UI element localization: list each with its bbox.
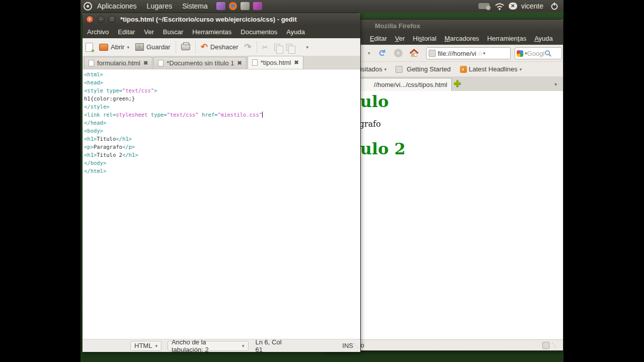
print-icon <box>181 44 190 50</box>
menu-sistema[interactable]: Sistema <box>177 0 213 12</box>
open-button[interactable]: Abrir ▾ <box>96 40 132 55</box>
url-bar[interactable]: file:///home/vi ☆ ▾ <box>426 47 511 59</box>
file-icon <box>252 59 258 66</box>
firefox-titlebar[interactable]: x – □ Mozilla Firefox <box>328 20 563 32</box>
back-forward-dropdown-icon[interactable]: ▾ <box>368 50 370 56</box>
open-dropdown-icon[interactable]: ▾ <box>127 45 129 50</box>
wifi-icon[interactable] <box>495 3 505 10</box>
code-line: h1{color:green;} <box>84 95 360 103</box>
menu-archivo[interactable]: Archivo <box>83 28 113 36</box>
close-icon[interactable]: ✖ <box>237 60 242 66</box>
gedit-titlebar[interactable]: x – □ *tipos.html (~/Escritorio/curso we… <box>83 13 360 25</box>
menu-ayuda[interactable]: Ayuda <box>282 28 309 36</box>
file-icon <box>158 60 164 66</box>
stop-icon[interactable]: ✕ <box>394 49 403 57</box>
insert-mode: INS <box>342 342 353 349</box>
resize-grip[interactable]: ⋱ <box>353 342 359 349</box>
desktop: x – □ Mozilla Firefox Editar Ver Histori… <box>80 0 564 362</box>
save-label: Guardar <box>146 43 171 51</box>
resize-grip[interactable]: ⋱ <box>551 342 557 348</box>
print-button[interactable] <box>178 40 193 55</box>
tab-documento-sin-titulo[interactable]: *Documento sin título 1 ✖ <box>153 57 247 69</box>
reload-icon[interactable]: ↻ <box>376 49 387 56</box>
bookmark-latest-headlines[interactable]: Latest Headlines <box>469 65 518 73</box>
toolbar-overflow-icon[interactable]: ▾ <box>306 45 309 50</box>
code-line: </html> <box>84 167 360 175</box>
menu-editar[interactable]: Editar <box>366 35 391 42</box>
redo-icon: ↷ <box>245 44 252 51</box>
menu-ver[interactable]: Ver <box>139 28 158 36</box>
gedit-window[interactable]: x – □ *tipos.html (~/Escritorio/curso we… <box>82 13 361 352</box>
gedit-statusbar: HTML ▾ Ancho de la tabulación: 2 ▾ Ln 6,… <box>83 339 360 352</box>
code-editor[interactable]: <html> <head> <style type="text/css"> h1… <box>83 69 360 339</box>
search-text[interactable]: Googl <box>527 50 545 57</box>
tab-formulario[interactable]: formulario.html ✖ <box>84 57 152 69</box>
redo-button[interactable]: ↷ <box>242 40 255 55</box>
menu-aplicaciones[interactable]: Aplicaciones <box>92 0 142 12</box>
paste-icon <box>286 44 292 51</box>
cut-icon: ✂ <box>262 43 268 51</box>
page-favicon <box>429 50 436 57</box>
bookmark-star-icon[interactable]: ☆ <box>477 50 484 57</box>
url-dropdown-icon[interactable]: ▾ <box>483 51 486 56</box>
editor-icon[interactable] <box>253 2 262 10</box>
firefox-window-title: Mozilla Firefox <box>375 22 420 30</box>
menu-buscar[interactable]: Buscar <box>158 28 188 36</box>
language-select[interactable]: HTML ▾ <box>130 341 162 351</box>
notes-icon[interactable] <box>542 342 549 349</box>
username[interactable]: vicente <box>521 2 543 10</box>
home-icon[interactable] <box>410 49 419 57</box>
save-button[interactable]: Guardar <box>132 40 174 55</box>
undo-button[interactable]: ↶ Deshacer <box>198 40 242 55</box>
url-text[interactable]: file:///home/vi <box>438 50 476 57</box>
code-line: <p>Paragrafo</p> <box>84 143 360 151</box>
power-icon[interactable] <box>550 2 558 10</box>
chat-bubble-icon[interactable]: ✕ <box>509 3 517 10</box>
menu-documentos[interactable]: Documentos <box>236 28 282 36</box>
screen-share-icon[interactable] <box>216 2 225 10</box>
chevron-down-icon: ▾ <box>155 343 157 348</box>
menu-herramientas[interactable]: Herramientas <box>483 35 530 42</box>
display-icon[interactable] <box>240 2 250 10</box>
google-icon <box>517 50 523 57</box>
code-line: <h1>Titulo 2</h1> <box>84 151 360 159</box>
minimize-icon[interactable]: – <box>97 16 105 23</box>
open-folder-icon <box>99 44 108 51</box>
close-icon[interactable]: ✖ <box>294 59 299 66</box>
chevron-down-icon: ▾ <box>520 67 522 72</box>
chevron-down-icon: ▾ <box>384 67 387 72</box>
volume-icon[interactable] <box>478 3 490 9</box>
bookmark-getting-started[interactable]: Getting Started <box>407 65 450 73</box>
firefox-menubar: Editar Ver Historial Marcadores Herramie… <box>328 32 563 45</box>
new-tab-icon[interactable]: ✚ <box>454 78 461 89</box>
maximize-icon[interactable]: □ <box>108 16 116 23</box>
cut-button[interactable]: ✂ <box>259 40 271 55</box>
code-line: <h1>Titulo</h1> <box>84 135 360 143</box>
tab-width-select[interactable]: Ancho de la tabulación: 2 ▾ <box>168 341 249 351</box>
menu-lugares[interactable]: Lugares <box>142 0 178 12</box>
new-document-button[interactable] <box>83 40 96 55</box>
close-icon[interactable]: ✖ <box>143 60 148 66</box>
firefox-icon[interactable] <box>229 2 237 10</box>
gedit-window-title: *tipos.html (~/Escritorio/curso web/ejer… <box>120 16 297 23</box>
tab-list-dropdown-icon[interactable]: ▾ <box>554 81 557 87</box>
menu-ver[interactable]: Ver <box>391 35 409 42</box>
menu-herramientas[interactable]: Herramientas <box>188 28 236 36</box>
search-box[interactable]: ▾ Googl <box>515 47 562 59</box>
firefox-window[interactable]: x – □ Mozilla Firefox Editar Ver Histori… <box>327 19 564 351</box>
magnifier-icon[interactable] <box>544 50 551 57</box>
menu-editar[interactable]: Editar <box>113 28 139 36</box>
code-line: </style> <box>84 103 360 111</box>
firefox-tabstrip: //home/vi.../css/tipos.html ✚ ▾ <box>328 77 563 91</box>
ubuntu-logo-icon[interactable] <box>84 2 92 11</box>
code-line: <head> <box>84 78 360 86</box>
menu-marcadores[interactable]: Marcadores <box>440 35 483 42</box>
gedit-tabbar: formulario.html ✖ *Documento sin título … <box>83 56 360 69</box>
menu-historial[interactable]: Historial <box>409 35 441 42</box>
tab-tipos[interactable]: *tipos.html ✖ <box>248 56 303 69</box>
menu-ayuda[interactable]: Ayuda <box>530 35 557 42</box>
close-icon[interactable]: x <box>86 16 94 23</box>
paste-button[interactable] <box>283 40 295 55</box>
copy-button[interactable] <box>271 40 283 55</box>
chevron-down-icon: ▾ <box>242 343 245 348</box>
